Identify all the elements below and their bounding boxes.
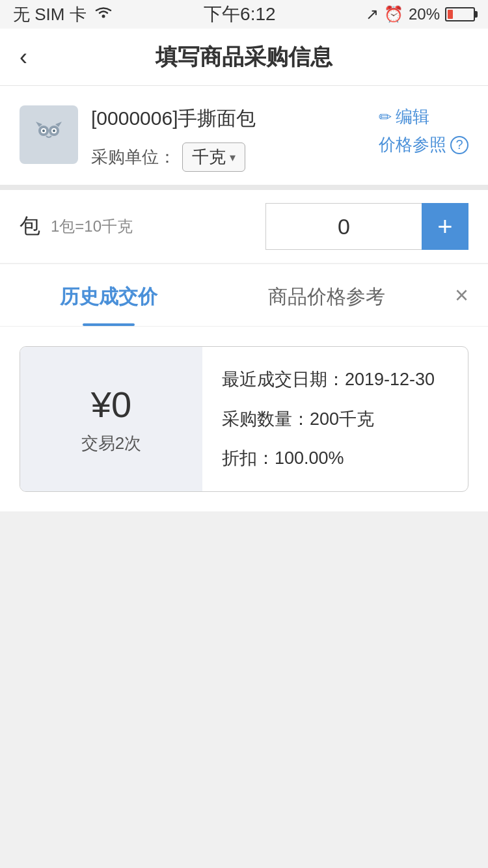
edit-icon: ✏ bbox=[379, 108, 392, 126]
product-unit-row: 采购单位： 千克 ▾ bbox=[91, 142, 256, 172]
currency-symbol: ¥ bbox=[91, 384, 111, 425]
recent-date-label: 最近成交日期： bbox=[222, 370, 345, 389]
wifi-icon bbox=[93, 5, 114, 25]
svg-point-0 bbox=[102, 14, 105, 18]
battery-fill bbox=[448, 10, 453, 19]
status-carrier: 无 SIM 卡 bbox=[13, 3, 114, 26]
discount-value: 100.00% bbox=[275, 448, 344, 468]
edit-label: 编辑 bbox=[396, 105, 429, 128]
edit-button[interactable]: ✏ 编辑 bbox=[379, 105, 468, 128]
discount-row: 折扣：100.00% bbox=[222, 445, 448, 472]
tabs-section: 历史成交价 商品价格参考 × ¥0 交易2次 最近成交日期：2019-12-30… bbox=[0, 264, 488, 511]
alarm-icon: ⏰ bbox=[384, 5, 403, 23]
tab-close-button[interactable]: × bbox=[435, 282, 488, 309]
product-header: [0000006]手撕面包 采购单位： 千克 ▾ ✏ 编辑 价格参照 ? bbox=[20, 105, 468, 172]
status-bar: 无 SIM 卡 下午6:12 ↗ ⏰ 20% bbox=[0, 0, 488, 29]
status-right-group: ↗ ⏰ 20% bbox=[366, 5, 475, 23]
tab-product-price-ref[interactable]: 商品价格参考 bbox=[217, 264, 435, 326]
tab-content-history: ¥0 交易2次 最近成交日期：2019-12-30 采购数量：200千克 折扣：… bbox=[0, 327, 488, 511]
product-thumb-icon bbox=[29, 113, 68, 157]
battery-percent: 20% bbox=[409, 5, 440, 23]
quantity-input[interactable] bbox=[265, 203, 422, 250]
svg-point-6 bbox=[53, 129, 55, 132]
price-card: ¥0 交易2次 最近成交日期：2019-12-30 采购数量：200千克 折扣：… bbox=[20, 346, 468, 492]
product-card: [0000006]手撕面包 采购单位： 千克 ▾ ✏ 编辑 价格参照 ? bbox=[0, 86, 488, 185]
location-icon: ↗ bbox=[366, 5, 379, 23]
price-trades: 交易2次 bbox=[81, 432, 141, 455]
purchase-qty-value: 200千克 bbox=[310, 409, 374, 429]
quantity-label-group: 包 1包=10千克 bbox=[20, 212, 133, 241]
price-card-left: ¥0 交易2次 bbox=[20, 347, 202, 491]
purchase-qty-label: 采购数量： bbox=[222, 409, 310, 429]
recent-date-row: 最近成交日期：2019-12-30 bbox=[222, 366, 448, 393]
quantity-input-group[interactable]: + bbox=[265, 203, 468, 250]
close-icon: × bbox=[455, 282, 468, 309]
quantity-conversion: 1包=10千克 bbox=[51, 216, 133, 237]
product-left: [0000006]手撕面包 采购单位： 千克 ▾ bbox=[20, 105, 256, 172]
tabs-bar: 历史成交价 商品价格参考 × bbox=[0, 264, 488, 327]
tab-product-price-ref-label: 商品价格参考 bbox=[268, 286, 385, 307]
price-amount: ¥0 bbox=[91, 383, 131, 426]
back-button[interactable]: ‹ bbox=[20, 37, 34, 77]
page-background bbox=[0, 511, 488, 869]
quantity-plus-button[interactable]: + bbox=[422, 203, 468, 250]
price-ref-button[interactable]: 价格参照 ? bbox=[379, 133, 468, 156]
price-ref-label: 价格参照 bbox=[379, 133, 446, 156]
price-card-right: 最近成交日期：2019-12-30 采购数量：200千克 折扣：100.00% bbox=[202, 347, 468, 491]
svg-point-5 bbox=[42, 129, 45, 132]
tab-history-price-label: 历史成交价 bbox=[60, 286, 157, 307]
product-right-actions: ✏ 编辑 价格参照 ? bbox=[379, 105, 468, 156]
carrier-text: 无 SIM 卡 bbox=[13, 3, 87, 26]
product-info: [0000006]手撕面包 采购单位： 千克 ▾ bbox=[91, 105, 256, 172]
recent-date-value: 2019-12-30 bbox=[345, 370, 435, 389]
status-time: 下午6:12 bbox=[204, 2, 276, 27]
purchase-qty-row: 采购数量：200千克 bbox=[222, 406, 448, 433]
plus-icon: + bbox=[437, 212, 452, 241]
unit-value: 千克 bbox=[192, 146, 226, 169]
product-name: [0000006]手撕面包 bbox=[91, 105, 256, 132]
unit-label: 采购单位： bbox=[91, 146, 176, 169]
quantity-row: 包 1包=10千克 + bbox=[0, 190, 488, 263]
battery-icon bbox=[445, 7, 475, 21]
price-ref-question-icon: ? bbox=[450, 136, 468, 154]
discount-label: 折扣： bbox=[222, 448, 275, 468]
page-title: 填写商品采购信息 bbox=[156, 42, 332, 72]
price-value: 0 bbox=[111, 384, 131, 425]
product-thumbnail bbox=[20, 105, 78, 164]
quantity-unit-badge: 包 bbox=[20, 212, 40, 241]
tab-history-price[interactable]: 历史成交价 bbox=[0, 264, 217, 326]
chevron-down-icon: ▾ bbox=[230, 150, 236, 165]
quantity-divider bbox=[0, 185, 488, 190]
unit-select[interactable]: 千克 ▾ bbox=[182, 142, 245, 172]
nav-bar: ‹ 填写商品采购信息 bbox=[0, 29, 488, 86]
